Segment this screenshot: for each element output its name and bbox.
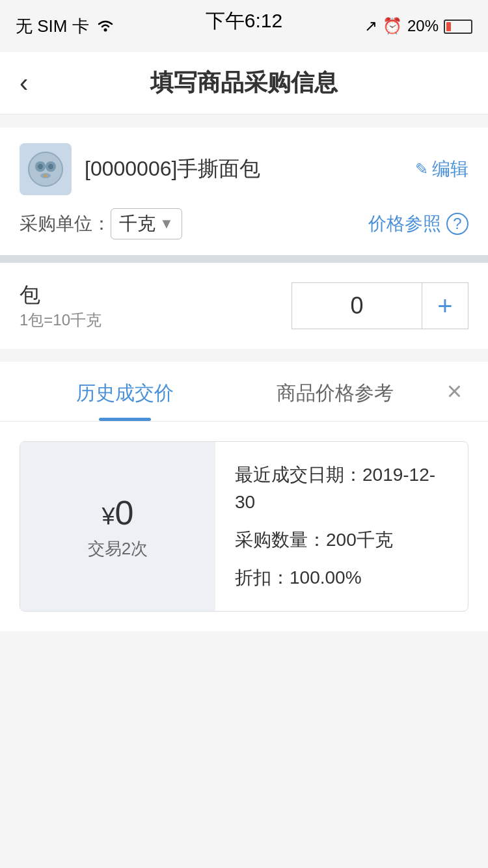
back-button[interactable]: ‹ [20, 68, 59, 98]
product-left: [0000006]手撕面包 [20, 143, 260, 195]
price-discount: 折扣：100.00% [235, 564, 448, 591]
svg-point-0 [103, 28, 107, 31]
svg-point-5 [48, 164, 53, 169]
quantity-input[interactable] [291, 282, 422, 329]
quantity-section: 包 1包=10千克 + [0, 263, 488, 349]
quantity-conversion: 1包=10千克 [20, 310, 102, 331]
divider-bar [0, 255, 488, 263]
product-header: [0000006]手撕面包 ✎ 编辑 [20, 143, 468, 195]
price-panel: ¥0 交易2次 最近成交日期：2019-12-30 采购数量：200千克 折扣：… [0, 422, 488, 631]
status-time: 下午6:12 [206, 8, 282, 34]
quantity-input-group: + [291, 282, 468, 329]
status-left: 无 SIM 卡 [16, 15, 115, 38]
product-row: 采购单位： 千克 ▼ 价格参照 ? [20, 208, 468, 239]
tab-history-price[interactable]: 历史成交价 [20, 362, 230, 421]
location-icon: ↗ [364, 17, 377, 35]
nav-bar: ‹ 填写商品采购信息 [0, 52, 488, 115]
price-amount: ¥0 [102, 493, 134, 532]
svg-point-1 [29, 152, 62, 186]
page-title: 填写商品采购信息 [150, 67, 338, 99]
unit-row: 采购单位： 千克 ▼ [20, 208, 182, 239]
unit-label: 采购单位： [20, 211, 111, 236]
battery-percent: 20% [407, 17, 439, 35]
price-ref-info-icon: ? [446, 213, 468, 235]
quantity-unit-name: 包 [20, 281, 102, 310]
battery-icon [444, 17, 472, 35]
tab-bar: 历史成交价 商品价格参考 × [0, 362, 488, 422]
content-area [0, 631, 488, 868]
product-card: [0000006]手撕面包 ✎ 编辑 采购单位： 千克 ▼ 价格参照 ? [0, 128, 488, 255]
alarm-icon: ⏰ [383, 17, 402, 35]
quantity-labels: 包 1包=10千克 [20, 281, 102, 331]
price-ref-button[interactable]: 价格参照 ? [368, 211, 468, 236]
price-left-panel: ¥0 交易2次 [20, 442, 215, 611]
unit-select[interactable]: 千克 ▼ [111, 208, 182, 239]
status-right: ↗ ⏰ 20% [364, 17, 472, 35]
price-right-panel: 最近成交日期：2019-12-30 采购数量：200千克 折扣：100.00% [215, 442, 468, 611]
price-card: ¥0 交易2次 最近成交日期：2019-12-30 采购数量：200千克 折扣：… [20, 441, 468, 612]
price-trade-count: 交易2次 [88, 537, 148, 560]
svg-point-4 [38, 164, 43, 169]
carrier-text: 无 SIM 卡 [16, 15, 89, 38]
product-name: [0000006]手撕面包 [85, 155, 260, 183]
product-logo [20, 143, 72, 195]
quantity-plus-button[interactable]: + [422, 282, 468, 329]
price-recent-date: 最近成交日期：2019-12-30 [235, 461, 448, 516]
tab-product-price-ref[interactable]: 商品价格参考 [230, 362, 440, 421]
price-quantity: 采购数量：200千克 [235, 526, 448, 554]
wifi-icon [96, 16, 115, 36]
tab-close-button[interactable]: × [441, 377, 468, 406]
product-edit-button[interactable]: ✎ 编辑 [415, 157, 468, 182]
unit-chevron-icon: ▼ [159, 215, 174, 232]
status-bar: 无 SIM 卡 下午6:12 ↗ ⏰ 20% [0, 0, 488, 52]
